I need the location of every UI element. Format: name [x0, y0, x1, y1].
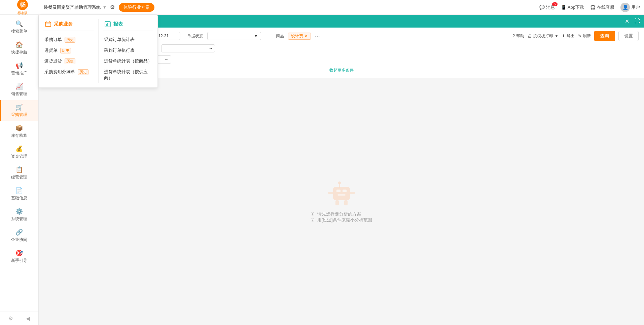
sidebar-settings-button[interactable]: ⚙ [3, 315, 18, 322]
salesperson-select[interactable]: ··· [161, 44, 215, 52]
svg-rect-9 [344, 200, 348, 205]
dropdown-item-report-1[interactable]: 采购订单统计表 [103, 34, 154, 45]
sidebar-item-label: 采购管理 [11, 112, 27, 118]
sidebar-item-enterprise[interactable]: 🔗 企业协同 [0, 225, 38, 246]
sidebar: 🔍 搜索菜单 🏠 快捷导航 📢 营销推广 📈 销售管理 🛒 采购管理 📦 库存核… [0, 15, 39, 325]
sidebar-item-label: 快捷导航 [11, 49, 27, 55]
sidebar-item-label: 资金管理 [11, 154, 27, 159]
sidebar-item-label: 经营管理 [11, 174, 27, 180]
dropdown-item-report-4[interactable]: 进货单统计表（按供应商） [103, 67, 154, 83]
link-icon: 🔗 [15, 229, 23, 236]
sidebar-item-purchase[interactable]: 🛒 采购管理 [0, 100, 38, 121]
sidebar-item-label: 营销推广 [11, 70, 27, 76]
headset-icon: 🎧 [590, 5, 596, 10]
target-icon: 🎯 [15, 249, 23, 257]
app-download-label: App下载 [568, 4, 584, 10]
dropdown-item-label: 进货单统计表（按供应商） [104, 69, 152, 81]
tab-fullscreen-icon[interactable]: ⛶ [633, 17, 641, 25]
sidebar-item-nav[interactable]: 🏠 快捷导航 [0, 38, 38, 58]
search-icon: 🔍 [15, 20, 23, 28]
print-icon: 🖨 [528, 34, 532, 38]
sidebar-item-inventory[interactable]: 📦 库存核算 [0, 121, 38, 142]
sidebar-collapse-button[interactable]: ◀ [21, 315, 35, 322]
main-layout: 🔍 搜索菜单 🏠 快捷导航 📢 营销推广 📈 销售管理 🛒 采购管理 📦 库存核… [0, 15, 644, 325]
sidebar-item-label: 基础信息 [11, 195, 27, 201]
print-arrow-icon: ▼ [554, 34, 559, 38]
svg-point-5 [338, 181, 341, 184]
header-right: 💬 5 消息 📱 App下载 🎧 在线客服 👤 用户 [539, 3, 640, 12]
dropdown-report-title: 报表 [103, 19, 154, 31]
user-menu[interactable]: 👤 用户 [620, 3, 640, 12]
megaphone-icon: 📢 [15, 62, 23, 69]
goods-more-icon[interactable]: ··· [315, 33, 320, 40]
home-icon: 🏠 [15, 41, 23, 48]
dropdown-item-label: 采购订单 [44, 37, 62, 43]
history-badge: 历史 [65, 37, 75, 43]
sidebar-item-marketing[interactable]: 📢 营销推广 [0, 58, 38, 79]
goods-tag-close-icon[interactable]: ✕ [305, 34, 308, 38]
query-button[interactable]: 查询 [594, 31, 615, 41]
box-icon: 📦 [15, 124, 23, 132]
sidebar-item-label: 搜索菜单 [11, 29, 27, 34]
dropdown-purchase-title: 采购业务 [43, 19, 94, 31]
app-download-button[interactable]: 📱 App下载 [561, 4, 584, 10]
svg-rect-3 [337, 194, 346, 196]
dropdown-report-col: 报表 采购订单统计表 采购订单执行表 进货单统计表（按商品） 进货单统计表（按供… [98, 19, 158, 83]
report-col-icon [104, 21, 111, 28]
experience-button[interactable]: 体验行业方案 [119, 3, 154, 12]
history-badge: 历史 [78, 69, 88, 75]
status-select[interactable]: ▼ [207, 32, 261, 40]
message-button[interactable]: 💬 5 消息 [539, 4, 555, 10]
dropdown-item-purchase-order[interactable]: 采购订单 历史 [43, 34, 94, 45]
title-arrow-icon[interactable]: ▼ [103, 5, 107, 10]
empty-illustration [325, 180, 358, 207]
svg-rect-8 [335, 200, 339, 205]
dropdown-item-label: 进货单统计表（按商品） [104, 58, 152, 64]
top-header: 畅 标准版 装餐及固定资产辅助管理系统 ▼ ⚙ 体验行业方案 💬 5 消息 📱 … [0, 0, 644, 15]
help-button[interactable]: ? 帮助 [512, 33, 524, 39]
sidebar-bottom: ⚙ ◀ [0, 312, 38, 325]
dropdown-item-return[interactable]: 进货退货 历史 [43, 56, 94, 67]
system-title: 装餐及固定资产辅助管理系统 [44, 4, 101, 10]
empty-state: ① 请先选择要分析的方案 ② 用[过滤]条件来缩小分析范围 [39, 78, 644, 325]
clipboard-icon: 📋 [15, 166, 23, 173]
refresh-button[interactable]: ↻ 刷新 [578, 33, 591, 39]
status-label: 单据状态 [184, 33, 203, 39]
tab-close-all-icon[interactable]: ✕ [623, 17, 631, 25]
sidebar-item-basic-info[interactable]: 📄 基础信息 [0, 184, 38, 204]
sidebar-item-operations[interactable]: 📋 经营管理 [0, 163, 38, 184]
svg-rect-2 [343, 190, 347, 192]
print-button[interactable]: 🖨 按模板打印 ▼ [528, 33, 559, 39]
sidebar-item-label: 新手引导 [11, 258, 27, 263]
sidebar-item-guide[interactable]: 🎯 新手引导 [0, 246, 38, 267]
message-icon: 💬 [539, 5, 545, 10]
goods-tag: 设计费 ✕ [288, 33, 311, 40]
refresh-icon: ↻ [578, 34, 581, 38]
dropdown-menu: 采购业务 采购订单 历史 进货单 历史 进货退货 历史 采购费用分摊单 历史 [39, 15, 158, 88]
dropdown-item-expense[interactable]: 采购费用分摊单 历史 [43, 67, 94, 77]
sidebar-item-sales[interactable]: 📈 销售管理 [0, 79, 38, 100]
export-icon: ⬆ [562, 34, 565, 38]
dropdown-item-report-2[interactable]: 采购订单执行表 [103, 45, 154, 56]
online-service-button[interactable]: 🎧 在线客服 [590, 4, 614, 10]
empty-hint-1: ① 请先选择要分析的方案 [311, 211, 372, 217]
svg-rect-7 [350, 192, 355, 194]
settings-icon[interactable]: ⚙ [110, 4, 115, 10]
settings-button[interactable]: 设置 [618, 31, 639, 41]
money-icon: 💰 [15, 145, 23, 153]
customer-chevron-icon: ··· [165, 57, 168, 62]
export-button[interactable]: ⬆ 导出 [562, 33, 575, 39]
svg-rect-10 [45, 22, 51, 27]
sidebar-item-finance[interactable]: 💰 资金管理 [0, 142, 38, 163]
dropdown-item-receipt[interactable]: 进货单 历史 [43, 45, 94, 56]
logo-area: 畅 标准版 [4, 0, 41, 15]
dropdown-item-label: 采购订单执行表 [104, 47, 135, 53]
tab-bar-actions: ✕ ⛶ [623, 17, 641, 25]
sidebar-item-search[interactable]: 🔍 搜索菜单 [0, 17, 38, 38]
dropdown-item-report-3[interactable]: 进货单统计表（按商品） [103, 56, 154, 67]
sidebar-item-label: 销售管理 [11, 91, 27, 97]
phone-icon: 📱 [561, 5, 566, 10]
dropdown-item-label: 进货退货 [44, 58, 62, 64]
sidebar-item-system[interactable]: ⚙️ 系统管理 [0, 204, 38, 225]
status-chevron-icon: ▼ [254, 34, 258, 38]
